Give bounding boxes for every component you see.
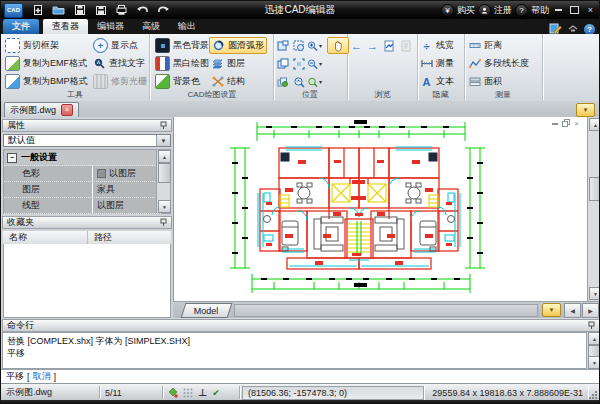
tab-file[interactable]: 文件	[3, 19, 39, 34]
scroll-thumb[interactable]	[589, 177, 600, 201]
ribbon-collapse-icon[interactable]	[568, 24, 578, 34]
tab-advanced[interactable]: 高级	[133, 19, 169, 34]
zoom-object-button[interactable]	[291, 74, 306, 89]
pan-button[interactable]	[327, 37, 349, 54]
smooth-arc-button[interactable]: 圆滑弧形	[209, 37, 267, 54]
browse-forward-button[interactable]: →	[365, 38, 380, 53]
property-group-row[interactable]: − 一般设置	[4, 150, 161, 166]
property-grid-scrollbar[interactable]: ▲ ▼	[156, 150, 170, 213]
collapse-minus-icon[interactable]: −	[7, 153, 17, 163]
print-button[interactable]	[113, 3, 130, 17]
draft-toggle-icon[interactable]: ✔	[212, 388, 220, 398]
canvas-hscroll-track[interactable]	[234, 304, 538, 317]
property-row-linetype[interactable]: 线型 以图层	[4, 198, 161, 214]
copy-emf-button[interactable]: 复制为EMF格式	[5, 56, 87, 71]
area-button[interactable]: 面积	[468, 74, 502, 89]
favorites-list[interactable]	[3, 244, 171, 318]
drawing-canvas[interactable]: × ▲ ▼	[173, 117, 600, 301]
line-width-button[interactable]: ÷ 线宽	[420, 38, 454, 53]
property-row-color[interactable]: 色彩 以图层	[4, 166, 161, 182]
scroll-up-icon[interactable]: ▲	[158, 150, 171, 163]
resize-grip[interactable]	[588, 390, 597, 399]
buy-button[interactable]: ¥ 购买	[441, 4, 475, 17]
document-tab[interactable]: 示例图.dwg ×	[4, 102, 79, 117]
floorplan-drawing	[174, 117, 588, 301]
text-toggle-button[interactable]: A 文本	[420, 74, 454, 89]
register-button[interactable]: 注册	[478, 4, 512, 17]
quick-help-button[interactable]: ?	[584, 24, 595, 35]
pin-icon[interactable]	[588, 321, 595, 330]
save-button[interactable]	[71, 3, 88, 17]
open-file-button[interactable]	[50, 3, 67, 17]
command-history[interactable]: 替换 [COMPLEX.shx] 字体为 [SIMPLEX.SHX] 平移	[2, 332, 587, 369]
child-close-icon[interactable]: ×	[574, 120, 579, 128]
zoom-scale-button[interactable]: ▾	[307, 74, 322, 89]
view-cascade-button[interactable]	[275, 74, 290, 89]
column-name[interactable]: 名称	[3, 231, 88, 244]
measure-toggle-button[interactable]: 测量	[420, 56, 454, 71]
save-as-button[interactable]	[92, 3, 109, 17]
maximize-button[interactable]	[568, 4, 581, 16]
copy-bmp-button[interactable]: 复制为BMP格式	[5, 74, 88, 89]
preset-dropdown[interactable]: 默认值 ▼	[3, 134, 171, 147]
scroll-up-icon[interactable]: ▲	[588, 332, 600, 345]
ortho-toggle-icon[interactable]: ⊥	[198, 387, 207, 398]
page-gray-icon	[400, 40, 412, 52]
prompt-action: 平移	[6, 370, 24, 383]
cut-frame-button[interactable]: 剪切框架	[5, 38, 59, 53]
zoom-out-button[interactable]: ▾	[307, 56, 322, 71]
pin-icon[interactable]	[160, 121, 167, 130]
group-label-measure: 测量	[464, 89, 542, 100]
command-prompt-row[interactable]: 平移 [ 取消 ]	[1, 369, 599, 383]
snap-marker-icon[interactable]	[168, 388, 178, 398]
child-minimize-icon[interactable]	[552, 123, 558, 125]
close-button[interactable]: ×	[584, 4, 597, 16]
column-path[interactable]: 路径	[88, 231, 112, 244]
scroll-down-icon[interactable]: ▼	[588, 356, 600, 369]
hscroll-left-button[interactable]: ◀	[564, 303, 581, 318]
tab-editor[interactable]: 编辑器	[88, 19, 133, 34]
child-restore-icon[interactable]	[562, 119, 570, 129]
zoom-window-button[interactable]	[275, 38, 290, 53]
scroll-up-icon[interactable]: ▲	[589, 118, 600, 131]
browse-back-button[interactable]: ←	[349, 38, 364, 53]
help-button[interactable]: ? 帮助	[515, 4, 549, 17]
zoom-select-button[interactable]	[291, 38, 306, 53]
bw-draw-button[interactable]: 黑白绘图	[155, 56, 209, 71]
zoom-extents-button[interactable]	[291, 56, 306, 71]
find-text-button[interactable]: 查找文字	[93, 56, 145, 71]
find-text-icon	[93, 57, 106, 70]
polyline-length-button[interactable]: 多段线长度	[468, 56, 529, 71]
new-file-button[interactable]	[29, 3, 46, 17]
undo-button[interactable]	[134, 3, 151, 17]
scroll-down-icon[interactable]: ▼	[158, 200, 171, 213]
redo-button[interactable]	[155, 3, 172, 17]
command-scrollbar[interactable]: ▲ ▼	[586, 332, 600, 369]
canvas-vscrollbar[interactable]: ▲ ▼	[587, 117, 600, 301]
grid-toggle-icon[interactable]	[183, 388, 193, 398]
show-points-button[interactable]: + 显示点	[93, 38, 138, 53]
model-tab[interactable]: Model	[181, 303, 232, 318]
layers-button[interactable]: 图层	[211, 56, 245, 71]
cancel-link[interactable]: 取消	[33, 370, 51, 383]
minimize-button[interactable]	[552, 4, 565, 16]
polyline-icon	[468, 57, 481, 70]
tab-viewer[interactable]: 查看器	[43, 19, 88, 34]
scroll-down-icon[interactable]: ▼	[589, 287, 600, 300]
distance-button[interactable]: 距离	[468, 38, 502, 53]
black-bg-button[interactable]: 黑色背景	[155, 38, 209, 53]
document-close-icon[interactable]: ×	[61, 104, 73, 116]
scroll-thumb[interactable]	[158, 163, 171, 183]
pin-icon[interactable]	[160, 218, 167, 227]
property-row-layer[interactable]: 图层 家具	[4, 182, 161, 198]
hscroll-collapse-button[interactable]: ▾	[542, 303, 561, 317]
zoom-in-button[interactable]: ▾	[307, 38, 322, 53]
structure-button[interactable]: 结构	[211, 74, 245, 89]
browse-page-button[interactable]	[381, 38, 396, 53]
hscroll-right-button[interactable]: ▶	[582, 303, 599, 318]
group-label-browse: 浏览	[348, 89, 417, 100]
bg-color-button[interactable]: 背景色	[155, 74, 200, 89]
tab-output[interactable]: 输出	[169, 19, 205, 34]
zoom-previous-button[interactable]	[275, 56, 290, 71]
panel-collapse-button[interactable]: ▾	[576, 103, 595, 117]
